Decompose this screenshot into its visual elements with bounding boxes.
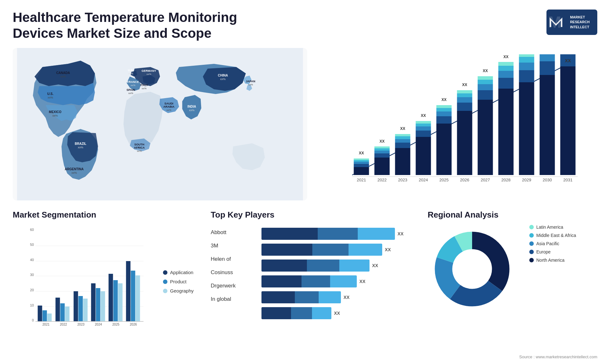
player-cosinuss: Cosinuss xyxy=(211,269,255,276)
player-value-abbott: XX xyxy=(397,231,403,236)
svg-rect-44 xyxy=(375,151,390,153)
player-drgerwerk: Drgerwerk xyxy=(211,283,255,289)
svg-text:2024: 2024 xyxy=(95,323,102,326)
label-asia-pacific: Asia Pacific xyxy=(536,241,559,246)
logo-box: M MARKET RESEARCH INTELLECT xyxy=(546,10,597,35)
svg-text:2021: 2021 xyxy=(357,178,366,182)
players-name-list: Abbott 3M Helen of Cosinuss Drgerwerk In… xyxy=(211,225,255,319)
source-text: Source : www.marketresearchintellect.com xyxy=(519,354,597,359)
svg-text:0: 0 xyxy=(32,318,34,322)
player-bar-helen xyxy=(261,260,369,272)
svg-rect-66 xyxy=(457,111,472,175)
regional-title: Regional Analysis xyxy=(428,210,597,220)
svg-text:2028: 2028 xyxy=(501,178,511,182)
svg-text:SOUTH: SOUTH xyxy=(134,143,145,146)
svg-text:30: 30 xyxy=(30,273,34,277)
svg-text:xx%: xx% xyxy=(128,72,133,75)
svg-text:GERMANY: GERMANY xyxy=(142,69,156,72)
legend-geography: Geography xyxy=(163,288,201,293)
svg-rect-62 xyxy=(437,111,452,116)
svg-rect-137 xyxy=(109,274,113,321)
svg-rect-54 xyxy=(416,137,431,175)
svg-rect-64 xyxy=(437,105,452,108)
dot-latin-america xyxy=(529,225,534,229)
svg-text:xx%: xx% xyxy=(60,75,66,78)
svg-rect-68 xyxy=(457,97,472,103)
svg-text:2029: 2029 xyxy=(522,178,531,182)
svg-text:ITALY: ITALY xyxy=(140,84,148,87)
dot-middle-east xyxy=(529,233,534,238)
player-bar-row-inglobal: XX xyxy=(261,307,418,319)
segmentation-content: 0 10 20 30 40 50 60 xyxy=(13,225,201,339)
svg-text:40: 40 xyxy=(30,258,34,262)
svg-rect-134 xyxy=(96,288,100,321)
svg-rect-123 xyxy=(47,313,52,321)
svg-rect-133 xyxy=(91,283,96,321)
svg-text:2022: 2022 xyxy=(377,178,387,182)
donut-chart xyxy=(428,225,517,313)
svg-marker-0 xyxy=(550,17,562,27)
svg-rect-39 xyxy=(354,160,369,162)
bar-chart-svg: XX XX XX xyxy=(323,54,591,194)
svg-rect-82 xyxy=(498,62,514,66)
svg-rect-46 xyxy=(375,146,390,148)
players-bar-list: XX XX xyxy=(261,225,418,319)
svg-rect-49 xyxy=(395,143,410,148)
svg-rect-58 xyxy=(416,121,431,124)
svg-rect-130 xyxy=(78,296,83,321)
svg-rect-122 xyxy=(43,310,47,321)
page-container: Healthcare Temperature Monitoring Device… xyxy=(0,0,610,364)
svg-text:2024: 2024 xyxy=(419,178,428,182)
legend-asia-pacific: Asia Pacific xyxy=(529,241,576,246)
svg-rect-70 xyxy=(457,90,472,93)
svg-text:xx%: xx% xyxy=(189,109,194,112)
label-north-america: North America xyxy=(536,258,565,263)
logo-icon xyxy=(548,14,564,30)
legend-dot-application xyxy=(163,270,167,275)
svg-text:XX: XX xyxy=(483,69,488,73)
svg-text:2027: 2027 xyxy=(481,178,490,182)
player-bar-row-cosinuss: XX xyxy=(261,275,418,287)
svg-point-151 xyxy=(453,250,491,288)
player-value-helen: XX xyxy=(372,263,378,268)
svg-rect-79 xyxy=(498,78,514,89)
svg-rect-126 xyxy=(60,303,65,321)
svg-rect-69 xyxy=(457,93,472,97)
header: Healthcare Temperature Monitoring Device… xyxy=(13,10,597,42)
svg-text:SAUDI: SAUDI xyxy=(165,102,173,105)
label-middle-east: Middle East & Africa xyxy=(536,233,576,238)
svg-rect-138 xyxy=(113,280,118,321)
svg-text:2022: 2022 xyxy=(60,323,67,326)
svg-rect-87 xyxy=(519,57,534,63)
svg-rect-40 xyxy=(354,158,369,160)
player-value-3m: XX xyxy=(385,247,391,252)
svg-text:BRAZIL: BRAZIL xyxy=(75,142,86,145)
legend-europe: Europe xyxy=(529,249,576,254)
svg-rect-129 xyxy=(74,291,78,321)
player-bar-cosinuss xyxy=(261,275,357,287)
logo-area: M MARKET RESEARCH INTELLECT xyxy=(546,10,597,35)
svg-text:CANADA: CANADA xyxy=(56,71,70,75)
svg-text:XX: XX xyxy=(565,58,571,63)
dot-asia-pacific xyxy=(529,241,534,246)
legend-application: Application xyxy=(163,270,201,275)
dot-europe xyxy=(529,250,534,254)
svg-text:ARGENTINA: ARGENTINA xyxy=(65,167,84,171)
svg-rect-72 xyxy=(478,100,493,175)
players-section: Top Key Players Abbott 3M Helen of Cosin… xyxy=(211,210,418,350)
svg-text:SPAIN: SPAIN xyxy=(126,88,135,91)
svg-text:2025: 2025 xyxy=(439,178,449,182)
svg-text:xx%: xx% xyxy=(142,87,146,90)
player-bar-drgerwerk xyxy=(261,291,341,303)
svg-text:xx%: xx% xyxy=(52,114,58,117)
svg-rect-55 xyxy=(416,131,431,137)
player-inglobal: In global xyxy=(211,296,255,302)
svg-rect-45 xyxy=(375,148,390,151)
svg-rect-84 xyxy=(519,82,534,175)
regional-inner: Latin America Middle East & Africa Asia … xyxy=(428,225,597,313)
svg-rect-142 xyxy=(131,271,135,321)
svg-rect-121 xyxy=(38,306,42,321)
legend-label-product: Product xyxy=(170,279,186,284)
svg-rect-38 xyxy=(354,162,369,164)
svg-rect-57 xyxy=(416,124,431,126)
